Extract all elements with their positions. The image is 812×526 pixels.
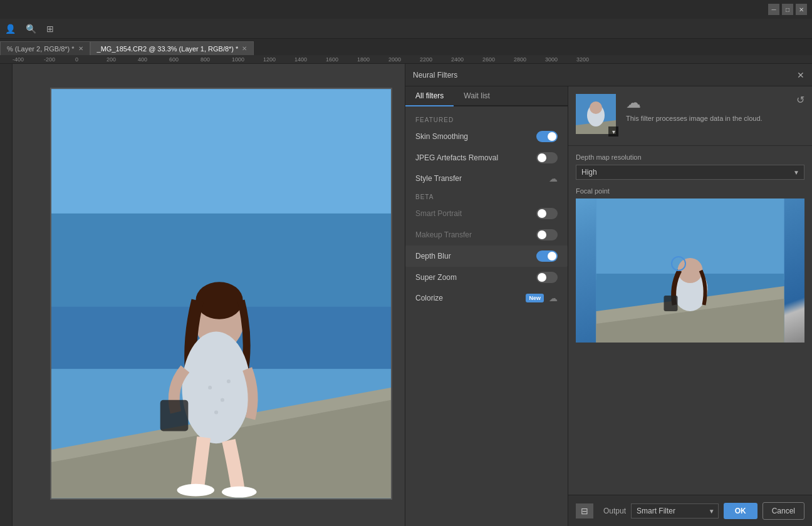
filter-name-style-transfer: Style Transfer [415, 174, 544, 183]
image-background [51, 89, 391, 498]
ruler-marks: -400 -200 0 200 400 600 800 1000 1200 14… [0, 56, 812, 63]
title-bar: ─ □ ✕ [0, 0, 812, 19]
focal-point-crosshair[interactable] [671, 256, 686, 271]
filter-item-colorize[interactable]: Colorize New ☁ [405, 288, 568, 308]
filter-item-super-zoom[interactable]: Super Zoom [405, 267, 568, 288]
ruler-vertical [0, 64, 13, 526]
filter-name-depth-blur: Depth Blur [415, 252, 531, 260]
cloud-notice: ☁ This filter processes image data in th… [626, 94, 790, 123]
filter-list: FEATURED Skin Smoothing JPEG Artefacts R… [405, 106, 568, 526]
filter-item-skin-smoothing[interactable]: Skin Smoothing [405, 126, 568, 147]
ruler-mark: -200 [44, 56, 75, 63]
panel-header: Neural Filters ✕ [405, 64, 812, 86]
panel-bottom: ⊟ Output Smart Filter New Layer Duplicat… [568, 495, 812, 526]
featured-section-label: FEATURED [405, 111, 568, 126]
cancel-button[interactable]: Cancel [763, 502, 804, 520]
toggle-makeup-transfer[interactable] [536, 229, 558, 240]
window-controls[interactable]: ─ □ ✕ [768, 4, 807, 15]
output-label: Output [603, 507, 626, 515]
cloud-notice-icon: ☁ [626, 94, 790, 111]
ruler-mark: -400 [13, 56, 44, 63]
layout-icon[interactable]: ⊞ [46, 24, 54, 34]
filter-settings-pane: ▾ ☁ This filter processes image data in … [568, 86, 812, 526]
neural-filters-panel: Neural Filters ✕ All filters Wait list [405, 64, 812, 526]
svg-rect-2 [51, 89, 391, 214]
tabs-bar: % (Layer 2, RGB/8*) * ✕ _MG_1854.CR2 @ 3… [0, 39, 812, 55]
ruler-mark: 3200 [576, 56, 608, 63]
filter-name-makeup-transfer: Makeup Transfer [415, 230, 531, 239]
tab-close-1[interactable]: ✕ [78, 45, 83, 52]
tab-label-1: % (Layer 2, RGB/8*) * [7, 45, 75, 53]
document-button[interactable]: ⊟ [576, 503, 593, 518]
ruler-mark: 2600 [482, 56, 514, 63]
filter-name-super-zoom: Super Zoom [415, 273, 531, 282]
ruler-mark: 2400 [451, 56, 482, 63]
ruler-mark: 400 [138, 56, 169, 63]
filter-item-smart-portrait[interactable]: Smart Portrait [405, 203, 568, 224]
tab-wait-list[interactable]: Wait list [454, 86, 500, 106]
filter-name-smart-portrait: Smart Portrait [415, 209, 531, 218]
ok-button[interactable]: OK [724, 503, 757, 519]
filter-name-jpeg-artefacts: JPEG Artefacts Removal [415, 153, 531, 162]
tab-close-2[interactable]: ✕ [242, 45, 247, 52]
filter-item-style-transfer[interactable]: Style Transfer ☁ [405, 168, 568, 188]
tab-layer2[interactable]: % (Layer 2, RGB/8*) * ✕ [0, 41, 90, 55]
tab-label-2: _MG_1854.CR2 @ 33.3% (Layer 1, RGB/8*) * [97, 45, 239, 53]
filter-list-pane: All filters Wait list FEATURED Skin Smoo… [405, 86, 568, 526]
minimize-button[interactable]: ─ [768, 4, 779, 15]
toggle-jpeg-artefacts[interactable] [536, 152, 558, 163]
output-select-wrapper: Smart Filter New Layer Duplicate Layer F… [631, 503, 719, 518]
cloud-icon-colorize: ☁ [549, 293, 558, 303]
panel-body: All filters Wait list FEATURED Skin Smoo… [405, 86, 812, 526]
ruler-mark: 1800 [357, 56, 388, 63]
svg-point-9 [182, 332, 250, 444]
image-canvas [50, 88, 392, 500]
svg-rect-28 [664, 296, 678, 311]
ruler-mark: 2200 [420, 56, 451, 63]
ruler-mark: 800 [200, 56, 232, 63]
search-icon[interactable]: 🔍 [26, 24, 36, 34]
toggle-super-zoom[interactable] [536, 272, 558, 283]
ruler-mark: 1600 [326, 56, 357, 63]
refresh-button[interactable]: ↺ [796, 94, 804, 106]
filter-tabs: All filters Wait list [405, 86, 568, 106]
ruler-horizontal: -400 -200 0 200 400 600 800 1000 1200 14… [0, 55, 812, 64]
thumbnail-dropdown-button[interactable]: ▾ [608, 126, 618, 137]
output-select[interactable]: Smart Filter New Layer Duplicate Layer F… [631, 503, 719, 518]
filter-name-colorize: Colorize [415, 294, 521, 302]
tab-all-filters[interactable]: All filters [405, 86, 454, 106]
filter-item-depth-blur[interactable]: Depth Blur [405, 245, 568, 267]
depth-map-label: Depth map resolution [576, 153, 804, 161]
tab-mg1854[interactable]: _MG_1854.CR2 @ 33.3% (Layer 1, RGB/8*) *… [90, 41, 254, 55]
panel-close-button[interactable]: ✕ [797, 70, 804, 80]
toggle-depth-blur[interactable] [536, 250, 558, 262]
toggle-smart-portrait[interactable] [536, 208, 558, 219]
filter-name-skin-smoothing: Skin Smoothing [415, 132, 531, 141]
profile-icon[interactable]: 👤 [5, 24, 16, 34]
svg-point-14 [221, 398, 224, 402]
ruler-mark: 1000 [232, 56, 263, 63]
panel-title: Neural Filters [413, 71, 797, 80]
filter-item-makeup-transfer[interactable]: Makeup Transfer [405, 224, 568, 245]
beta-section-label: BETA [405, 188, 568, 203]
cloud-notice-text: This filter processes image data in the … [626, 114, 790, 123]
ruler-mark: 3000 [545, 56, 576, 63]
focal-point-image[interactable] [576, 199, 804, 343]
settings-content: Depth map resolution Low Medium High Ver… [568, 146, 812, 495]
svg-point-11 [222, 487, 257, 498]
svg-point-13 [208, 386, 212, 389]
depth-map-select-wrapper: Low Medium High Very High [576, 165, 804, 180]
thumbnail-container: ▾ [576, 94, 620, 138]
photo-svg [51, 89, 391, 498]
badge-new-colorize: New [526, 294, 544, 302]
depth-map-select[interactable]: Low Medium High Very High [576, 165, 804, 180]
svg-point-10 [177, 484, 215, 497]
toggle-skin-smoothing[interactable] [536, 131, 558, 142]
maximize-button[interactable]: □ [782, 4, 793, 15]
close-button[interactable]: ✕ [796, 4, 807, 15]
ruler-mark: 600 [169, 56, 200, 63]
ruler-mark: 1400 [294, 56, 326, 63]
filter-item-jpeg-artefacts[interactable]: JPEG Artefacts Removal [405, 147, 568, 168]
ruler-mark: 1200 [263, 56, 294, 63]
svg-point-16 [227, 379, 231, 383]
